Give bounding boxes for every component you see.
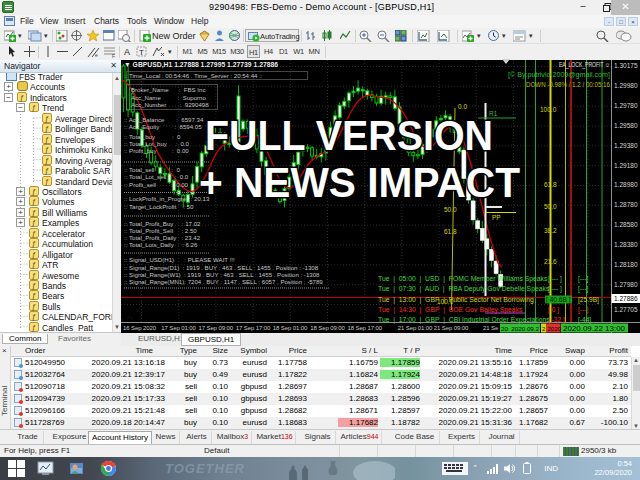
svg-text:21.6: 21.6 <box>544 258 557 265</box>
svg-text:PP: PP <box>492 214 501 221</box>
svg-text::: Total_Lot_sell : 0.0: :: Total_Lot_sell : 0.0 <box>124 173 189 180</box>
svg-text:17 Sep 17:00: 17 Sep 17:00 <box>236 325 271 331</box>
svg-text:Tue | 07:30 | AUD | RBA: Tue | 07:30 | AUD | RBA Deputy Gov Debel… <box>378 285 550 293</box>
svg-text::: Profit_sell : 0.00: :: Profit_sell : 0.00 <box>124 181 189 188</box>
svg-text::: Signal_Range(MN1): 7204 . B: :: Signal_Range(MN1): 7204 . BUY : 1147 … <box>124 278 323 285</box>
svg-text::: Total_Profit_Buy : 17.0: :: Total_Profit_Buy : 17.02 <box>124 220 201 227</box>
svg-text:2020: 2020 <box>548 326 562 332</box>
svg-text:21 Se: 21 Se <box>483 325 499 331</box>
svg-text:17 Sep 01:00: 17 Sep 01:00 <box>161 325 196 331</box>
svg-text::: Total_buy : 0: :: Total_buy : 0 <box>124 133 181 140</box>
svg-text::: Signal_USD(H1) : PLEAS: :: Signal_USD(H1) : PLEASE WAIT !!! <box>124 256 235 263</box>
svg-text:1.27705: 1.27705 <box>614 306 638 313</box>
svg-text:[---]: [---] <box>578 275 588 283</box>
svg-text:Tue | 17:00 | GBP | CBI: Tue | 17:00 | GBP | CBI Industrial Order… <box>378 316 550 324</box>
svg-text::: Total_Profit_Daily : 23.4: :: Total_Profit_Daily : 23.42 <box>124 234 201 241</box>
svg-text::: Target_LockProfit : 50: :: Target_LockProfit : 50 <box>124 203 194 210</box>
svg-text:17 Sep 09:00: 17 Sep 09:00 <box>198 325 233 331</box>
svg-text:100.0: 100.0 <box>540 106 557 113</box>
svg-text:Tue | 05:00 | USD | FOMC: Tue | 05:00 | USD | FOMC Member Williams… <box>378 275 548 283</box>
svg-text:FULL VERSION: FULL VERSION <box>205 112 493 159</box>
svg-text:1.29980: 1.29980 <box>614 82 638 89</box>
svg-text:1.28180: 1.28180 <box>614 261 638 268</box>
svg-text:2020.09.22 13:00: 2020.09.22 13:00 <box>563 325 626 332</box>
svg-text:Tue | 13:00 | GBP | Publ: Tue | 13:00 | GBP | Public Sector Net Bo… <box>378 296 534 304</box>
svg-text:1.28780: 1.28780 <box>614 201 638 208</box>
svg-text:Acc_Name : Suporno: Acc_Name : Suporno <box>131 94 206 101</box>
svg-text:50.0: 50.0 <box>444 206 457 213</box>
svg-text:[© By:putrivio.2009@gmail.com]: [© By:putrivio.2009@gmail.com] <box>508 71 610 79</box>
svg-text:DOWN -0.98% / 1.2 / 00:05:16: DOWN -0.98% / 1.2 / 00:05:16 <box>526 81 610 88</box>
svg-text:[ --- ]: [ --- ] <box>548 275 562 283</box>
svg-text:+ NEWS IMPACT: + NEWS IMPACT <box>199 159 520 206</box>
svg-text:50.0: 50.0 <box>544 203 557 210</box>
svg-text:1.29580: 1.29580 <box>614 122 638 129</box>
svg-text:[ -32 ]: [ -32 ] <box>548 316 565 324</box>
svg-text:1.30175: 1.30175 <box>614 62 638 69</box>
svg-text:1.27886: 1.27886 <box>614 295 638 302</box>
svg-text:21 Sep 09:00: 21 Sep 09:00 <box>434 325 469 331</box>
svg-text::: Profit_buy : 0.00: :: Profit_buy : 0.00 <box>124 147 189 154</box>
svg-text:38.2: 38.2 <box>544 227 557 234</box>
svg-text:1.29380: 1.29380 <box>614 142 638 149</box>
svg-text::: Acc_Equity : 8594.: :: Acc_Equity : 8594.05 <box>124 123 202 130</box>
svg-text:[ 40.6B ]: [ 40.6B ] <box>546 296 571 304</box>
svg-text:1.28980: 1.28980 <box>614 181 638 188</box>
svg-text::: Total_Lots_Daily : 6.26: :: Total_Lots_Daily : 6.26 <box>124 241 198 248</box>
svg-text:▼ GBPUSD,H1 1.27888 1.27995 1: ▼ GBPUSD,H1 1.27888 1.27995 1.27739 1.27… <box>124 61 278 69</box>
svg-text:EA_LOCK_PROFIT ☺: EA_LOCK_PROFIT ☺ <box>559 61 610 69</box>
svg-text:20: 2020.09.2: 20: 2020.09.2 <box>501 326 540 332</box>
svg-text::: Signal_Range(W1) : 1919 .: :: Signal_Range(W1) : 1919 . BUY : 463 .… <box>124 271 320 278</box>
svg-text:0.0: 0.0 <box>458 103 467 110</box>
svg-text:[ --- ]: [ --- ] <box>548 285 562 293</box>
svg-text::: Time_Local : 00:54:46 . Tim: :: Time_Local : 00:54:46 . Time_Server :… <box>124 72 263 79</box>
svg-text:21 Sep 01:00: 21 Sep 01:00 <box>398 325 433 331</box>
svg-text::: Total_Lot_buy : 0.0: :: Total_Lot_buy : 0.0 <box>124 140 190 147</box>
svg-text:61.8: 61.8 <box>444 228 457 235</box>
svg-text:1.27980: 1.27980 <box>614 281 638 288</box>
svg-text:16 Sep 2020: 16 Sep 2020 <box>123 325 157 331</box>
svg-text:Tue | 14:30 | GBP | BOE: Tue | 14:30 | GBP | BOE Gov Bailey Speak… <box>378 306 523 314</box>
svg-text::: Total_sell : 0: :: Total_sell : 0 <box>124 166 180 173</box>
svg-text::: Total_Profit_Sell : 2.5: :: Total_Profit_Sell : 2.50 <box>124 227 197 234</box>
svg-text::: Acc_Balance : 6597.3: :: Acc_Balance : 6597.34 <box>124 116 204 123</box>
svg-text:1.28380: 1.28380 <box>614 241 638 248</box>
svg-text:[ 0 ]: [ 0 ] <box>548 306 559 314</box>
svg-text:1.29780: 1.29780 <box>614 102 638 109</box>
svg-text:1.29180: 1.29180 <box>614 162 638 169</box>
svg-text:[---]: [---] <box>578 306 588 314</box>
svg-text:Broker_Name : FBS Inc: Broker_Name : FBS Inc <box>131 86 206 93</box>
svg-text:[---]: [---] <box>578 285 588 293</box>
svg-text::: Signal_Range(D1) : 1919 .: :: Signal_Range(D1) : 1919 . BUY : 463 .… <box>124 264 319 271</box>
svg-text:18 Sep 01:00: 18 Sep 01:00 <box>273 325 308 331</box>
svg-text:[25.9B]: [25.9B] <box>578 296 599 304</box>
svg-text:1.28580: 1.28580 <box>614 221 638 228</box>
svg-text:[-44]: [-44] <box>578 316 591 324</box>
svg-text:Acc_Number : 9290498: Acc_Number : 9290498 <box>131 101 209 108</box>
svg-text:61.8: 61.8 <box>544 181 557 188</box>
svg-text:18 Sep 17:00: 18 Sep 17:00 <box>347 325 382 331</box>
svg-text::: LockProfit_in_Progres : 20.: :: LockProfit_in_Progres : 20.13 <box>124 195 210 202</box>
svg-text:18 Sep 09:00: 18 Sep 09:00 <box>310 325 345 331</box>
